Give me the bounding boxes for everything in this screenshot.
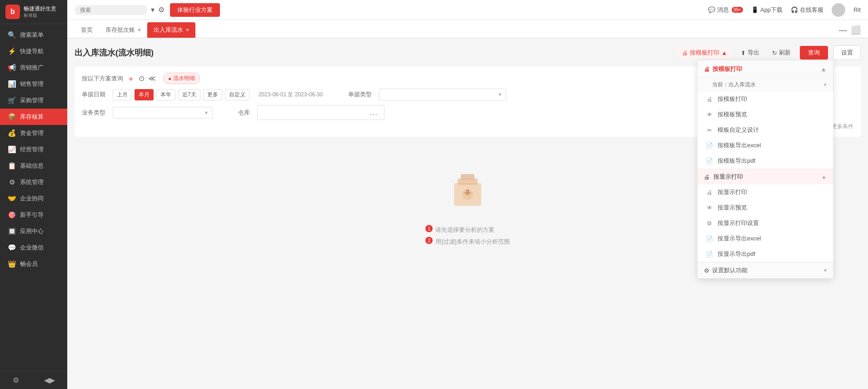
message-label: 消息 <box>717 6 729 14</box>
chevron-down-icon[interactable]: ▾ <box>151 5 155 14</box>
export-button[interactable]: ⬆ 导出 <box>737 47 763 59</box>
sidebar-item-sales[interactable]: 📊 销售管理 <box>0 76 67 92</box>
template-design-item[interactable]: ✏ 模板自定义设计 <box>698 122 833 138</box>
template-print-item[interactable]: 🖨 按模板打印 <box>698 91 833 107</box>
sidebar-item-member[interactable]: 👑 畅会员 <box>0 256 67 272</box>
template-export-excel-item[interactable]: 📄 按模板导出excel <box>698 138 833 153</box>
settings-bottom-icon[interactable]: ⚙ <box>13 376 19 384</box>
app-download-item[interactable]: 📱 App下载 <box>751 6 783 14</box>
sidebar-bottom: ⚙ ◀▶ <box>0 371 67 389</box>
sidebar-item-label: 应用中心 <box>20 227 44 235</box>
customer-service-item[interactable]: 🎧 在线客服 <box>791 6 823 14</box>
tab-home[interactable]: 首页 <box>75 22 99 38</box>
warehouse-select[interactable]: … <box>257 105 384 120</box>
date-more-button[interactable]: 更多 <box>203 89 222 100</box>
wechat-icon: 💬 <box>7 244 16 252</box>
date-7days-button[interactable]: 近7天 <box>178 89 200 100</box>
tab-label: 出入库流水 <box>154 26 183 34</box>
business-type-select[interactable]: ▾ <box>113 107 213 119</box>
template-export-pdf-item[interactable]: 📄 按模板导出pdf <box>698 153 833 169</box>
printer-active-icon: 🖨 <box>704 174 710 180</box>
sidebar-item-wechat[interactable]: 💬 企业微信 <box>0 239 67 256</box>
customer-service-label: 在线客服 <box>800 6 823 14</box>
filter-collapse-icon[interactable]: ≪ <box>148 74 156 83</box>
empty-hints: 1 请先选择要分析的方案 2 用[过滤]条件来缩小分析范围 <box>425 224 509 248</box>
cart-icon: 🛒 <box>7 96 16 105</box>
date-last-month-button[interactable]: 上月 <box>113 89 132 100</box>
display-export-excel-item[interactable]: 📄 按显示导出excel <box>698 231 833 246</box>
tab-stock-flow[interactable]: 出入库流水 × <box>147 22 195 38</box>
sidebar-item-system[interactable]: ⚙ 系统管理 <box>0 174 67 190</box>
sidebar-item-label: 系统管理 <box>20 178 44 186</box>
close-tab-icon[interactable]: × <box>138 27 141 33</box>
close-tab-icon[interactable]: × <box>186 27 189 33</box>
trending-icon: 📈 <box>7 145 16 154</box>
voucher-type-arrow-icon: ▾ <box>499 91 501 98</box>
display-print-item[interactable]: 🖨 按显示打印 <box>698 185 833 200</box>
collapse-sidebar-icon[interactable]: ◀▶ <box>44 376 55 384</box>
search-input[interactable] <box>75 5 147 15</box>
print-template-button[interactable]: 🖨 按模板打印 ▲ <box>678 47 732 59</box>
export-icon: ⬆ <box>741 50 746 56</box>
date-this-year-button[interactable]: 本年 <box>156 89 175 100</box>
add-condition-icon[interactable]: ＋ <box>127 73 135 84</box>
template-preview-item[interactable]: 👁 按模板预览 <box>698 107 833 122</box>
trial-button[interactable]: 体验行业方案 <box>170 3 220 17</box>
refresh-button[interactable]: ↻ 刷新 <box>768 47 794 59</box>
query-button[interactable]: 查询 <box>800 46 828 60</box>
app-version: 标准版 <box>24 12 56 18</box>
gear-icon: ⚙ <box>705 220 714 227</box>
menu-item-label: 按模板预览 <box>718 110 747 119</box>
sidebar-item-enterprise[interactable]: 🤝 企业协同 <box>0 190 67 207</box>
filter-settings-icon[interactable]: ⊙ <box>139 74 145 83</box>
display-export-pdf-item[interactable]: 📄 按显示导出pdf <box>698 246 833 262</box>
maximize-icon[interactable]: ⬜ <box>851 25 861 35</box>
avatar[interactable] <box>832 3 845 17</box>
sidebar-item-marketing[interactable]: 📢 营销推广 <box>0 60 67 76</box>
date-this-month-button[interactable]: 本月 <box>135 89 154 100</box>
dropdown-set-default[interactable]: ⚙ 设置默认功能 ▾ <box>698 262 833 278</box>
sidebar-item-basic[interactable]: 📋 基础信息 <box>0 158 67 174</box>
display-print-settings-item[interactable]: ⚙ 按显示打印设置 <box>698 215 833 231</box>
sidebar-item-finance[interactable]: 💰 资金管理 <box>0 125 67 141</box>
topbar: ▾ ⚙ 体验行业方案 💬 消息 99+ 📱 App下载 🎧 在线客服 Rit <box>67 0 868 20</box>
empty-hint-1: 1 请先选择要分析的方案 <box>425 224 509 236</box>
dropdown-current-template[interactable]: 当前：出入库流水 ▾ <box>698 78 833 91</box>
sidebar-item-label: 企业协同 <box>20 194 44 203</box>
app-icon: 📱 <box>751 6 758 13</box>
settings-button[interactable]: 设置 <box>833 45 861 60</box>
sidebar-item-search[interactable]: 🔍 搜索菜单 <box>0 27 67 43</box>
dropdown-header: 🖨 按模板打印 ▲ <box>698 60 833 78</box>
date-custom-button[interactable]: 自定义 <box>225 89 249 100</box>
empty-hint-2: 2 用[过滤]条件来缩小分析范围 <box>425 236 509 248</box>
display-print-section: 🖨 按显示打印 ▲ 🖨 按显示打印 👁 按显 <box>698 169 833 262</box>
chevron-up-icon: ▲ <box>721 50 727 56</box>
print-dropdown: 🖨 按模板打印 ▲ 当前：出入库流水 ▾ 🖨 <box>697 60 833 279</box>
tabs-bar: 首页 库存批次账 × 出入库流水 × — ⬜ <box>67 20 868 38</box>
display-preview-item[interactable]: 👁 按显示预览 <box>698 200 833 215</box>
printer-icon: 🖨 <box>705 189 714 196</box>
warehouse-more-icon[interactable]: … <box>368 108 379 117</box>
sidebar-item-guide[interactable]: 🎯 新手引导 <box>0 207 67 223</box>
display-print-section-header[interactable]: 🖨 按显示打印 ▲ <box>698 169 833 185</box>
tab-inventory-batch[interactable]: 库存批次账 × <box>99 22 147 38</box>
set-default-label: 设置默认功能 <box>712 266 748 274</box>
sidebar-item-quicknav[interactable]: ⚡ 快捷导航 <box>0 43 67 60</box>
voucher-type-select[interactable]: ▾ <box>379 89 506 100</box>
sidebar-nav: 🔍 搜索菜单 ⚡ 快捷导航 📢 营销推广 📊 销售管理 🛒 采购管理 📦 库存核… <box>0 24 67 371</box>
sidebar-item-operation[interactable]: 📈 经营管理 <box>0 141 67 158</box>
pdf-icon: 📄 <box>705 251 714 258</box>
hint1-text: 请先选择要分析的方案 <box>435 224 494 236</box>
menu-item-label: 按显示打印 <box>718 188 747 196</box>
money-icon: 💰 <box>7 129 16 137</box>
date-range-text: 2023-06-01 至 2023-06-30 <box>259 91 323 99</box>
sidebar-item-appcenter[interactable]: 🔲 应用中心 <box>0 223 67 239</box>
sidebar-item-inventory[interactable]: 📦 库存核算 <box>0 109 67 125</box>
sidebar-item-label: 畅会员 <box>20 260 38 268</box>
filter-tag-detail[interactable]: ● 流水明细 <box>163 73 200 84</box>
settings-topbar-icon[interactable]: ⚙ <box>158 5 165 14</box>
minimize-icon[interactable]: — <box>839 25 847 35</box>
message-item[interactable]: 💬 消息 99+ <box>708 6 743 14</box>
sidebar-item-purchase[interactable]: 🛒 采购管理 <box>0 92 67 109</box>
tabs-right-actions: — ⬜ <box>839 25 861 38</box>
